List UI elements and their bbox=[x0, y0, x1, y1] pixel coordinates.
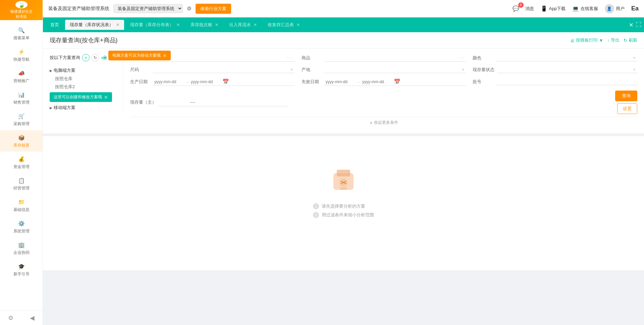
printer-icon: 🖨 bbox=[570, 38, 575, 43]
search-icon: 🔍 bbox=[17, 26, 25, 34]
stock-main-start-input[interactable] bbox=[160, 100, 187, 105]
filter-row-4: 现存量（主） — 查询 设置 bbox=[130, 91, 637, 114]
origin-select-area[interactable]: ▼ bbox=[324, 66, 466, 73]
goods-input-area[interactable]: ··· bbox=[324, 54, 466, 62]
batch-no-input[interactable] bbox=[495, 78, 637, 85]
tab-batch-account[interactable]: 库存批次账 ✕ bbox=[186, 20, 223, 30]
online-icon: 💻 bbox=[572, 5, 579, 12]
origin-dropdown-icon[interactable]: ▼ bbox=[461, 68, 465, 71]
tab-close-icon[interactable]: ✕ bbox=[176, 22, 180, 27]
scheme-child-2[interactable]: 按照仓库2 bbox=[55, 83, 119, 91]
scheme-tree: ▶ 电脑端方案 按照仓库 按照仓库2 这里可以创建和修改方案哦 ✕ bbox=[50, 65, 119, 113]
tab-home[interactable]: 首页 bbox=[46, 20, 64, 30]
search-button[interactable]: 查询 bbox=[615, 91, 637, 101]
sidebar-item-label: 搜索菜单 bbox=[13, 35, 30, 41]
money-icon: 💰 bbox=[17, 155, 25, 163]
expire-date-start-input[interactable] bbox=[326, 79, 356, 84]
expire-date-end-input[interactable] bbox=[362, 79, 392, 84]
sidebar-item-finance[interactable]: 💰 资金管理 bbox=[0, 152, 43, 173]
refresh-icon: ↻ bbox=[624, 38, 627, 43]
tab-close-icon[interactable]: ✕ bbox=[116, 22, 119, 27]
tab-inventory-dist[interactable]: 现存量（库存分布表） ✕ bbox=[125, 20, 184, 30]
tab-receive-send[interactable]: 收发存汇总表 ✕ bbox=[263, 20, 305, 30]
calendar-icon-2[interactable]: 📅 bbox=[394, 78, 400, 85]
add-scheme-button[interactable]: + bbox=[82, 54, 90, 61]
sidebar-item-search[interactable]: 🔍 搜索菜单 bbox=[0, 23, 43, 44]
color-select-area[interactable]: ▼ bbox=[495, 55, 637, 61]
system-select[interactable]: 装备及固定资产辅助管理系统 bbox=[113, 4, 183, 13]
header-left: 装备及固定资产辅助管理系统 装备及固定资产辅助管理系统 ⚙ 体验行业方案 bbox=[48, 4, 231, 14]
stock-status-select-area[interactable]: ▼ bbox=[497, 66, 637, 73]
sidebar-item-guide[interactable]: 🎓 新手引导 bbox=[0, 259, 43, 280]
tab-close-icon[interactable]: ✕ bbox=[254, 22, 257, 27]
filter-item-expire-date: 失效日期 — 📅 bbox=[302, 78, 466, 86]
stock-main-end-input[interactable] bbox=[198, 100, 225, 105]
system-title: 装备及固定资产辅助管理系统 bbox=[48, 6, 109, 12]
size-dropdown-icon[interactable]: ▼ bbox=[290, 68, 293, 71]
footer-collapse-icon[interactable]: ◀ bbox=[30, 314, 35, 322]
tab-inout-flow[interactable]: 出入库流水 ✕ bbox=[224, 20, 262, 30]
warehouse-dots-icon[interactable]: ··· bbox=[287, 55, 293, 61]
settings-icon[interactable]: ⚙ bbox=[187, 5, 192, 12]
warehouse-input-area[interactable]: ··· bbox=[153, 54, 295, 62]
message-item[interactable]: 💬 6 消息 bbox=[513, 5, 534, 12]
goods-label: 商品 bbox=[302, 55, 322, 61]
batch-no-label: 批号 bbox=[473, 79, 493, 85]
refresh-button[interactable]: ↻ 刷新 bbox=[624, 37, 637, 43]
tooltip-close-2-icon[interactable]: ✕ bbox=[104, 95, 108, 100]
sync-scheme-button[interactable]: ↻ bbox=[92, 54, 99, 61]
calendar-icon[interactable]: 📅 bbox=[222, 78, 229, 85]
size-select-area[interactable]: ▼ bbox=[153, 66, 295, 73]
color-dropdown-icon[interactable]: ▼ bbox=[633, 56, 636, 60]
collapse-button[interactable]: ∧ 收起更多条件 bbox=[370, 120, 398, 125]
sidebar-item-inventory[interactable]: 📦 库存核算 bbox=[0, 130, 43, 152]
sidebar-item-operations[interactable]: 📋 经营管理 bbox=[0, 173, 43, 195]
user-item[interactable]: 👤 用户 bbox=[605, 4, 625, 13]
tab-close-icon[interactable]: ✕ bbox=[297, 22, 300, 27]
hint-num-1: 1 bbox=[313, 203, 319, 209]
tree-arrow-icon-2: ▶ bbox=[50, 106, 52, 110]
export-button[interactable]: ↑ 导出 bbox=[607, 37, 620, 43]
online-service-item[interactable]: 💻 在线客服 bbox=[572, 5, 598, 12]
app-download-item[interactable]: 📱 App下载 bbox=[541, 5, 566, 12]
empty-state: 1 请先选择要分析的方案 2 用过滤条件来缩小分析范围 bbox=[43, 136, 644, 245]
tab-expand-icon[interactable]: ⛶ bbox=[636, 22, 641, 28]
sidebar-item-marketing[interactable]: 📣 营销推广 bbox=[0, 66, 43, 87]
message-label: 消息 bbox=[525, 6, 534, 12]
filter-item-color: 颜色 ▼ bbox=[473, 54, 637, 62]
size-label: 尺码 bbox=[130, 67, 150, 73]
tooltip-close-icon[interactable]: ✕ bbox=[163, 53, 167, 58]
main-area: 装备及固定资产辅助管理系统 装备及固定资产辅助管理系统 ⚙ 体验行业方案 💬 6… bbox=[43, 0, 644, 325]
prod-date-start-input[interactable] bbox=[154, 79, 184, 84]
settings-button[interactable]: 设置 bbox=[617, 103, 637, 114]
color-value bbox=[497, 55, 498, 60]
tab-bar-actions: ✕ ⛶ bbox=[629, 22, 641, 28]
filter-row-3: 生产日期 — 📅 失效日期 — bbox=[130, 78, 637, 86]
sidebar-item-purchase[interactable]: 🛒 采购管理 bbox=[0, 109, 43, 130]
sidebar-item-system[interactable]: ⚙️ 系统管理 bbox=[0, 216, 43, 237]
footer-settings-icon[interactable]: ⚙ bbox=[8, 314, 13, 322]
sidebar-item-label: 经营管理 bbox=[13, 185, 30, 191]
scheme-child-1[interactable]: 按照仓库 bbox=[55, 75, 119, 83]
sidebar-item-basicinfo[interactable]: 📁 基础信息 bbox=[0, 195, 43, 216]
experience-button[interactable]: 体验行业方案 bbox=[196, 4, 231, 14]
stock-status-dropdown-icon[interactable]: ▼ bbox=[633, 68, 636, 71]
top-header: 装备及固定资产辅助管理系统 装备及固定资产辅助管理系统 ⚙ 体验行业方案 💬 6… bbox=[43, 0, 644, 17]
prod-date-end-input[interactable] bbox=[191, 79, 221, 84]
tab-label: 现存量（库存状况表） bbox=[70, 22, 113, 28]
tab-close-all-icon[interactable]: ✕ bbox=[629, 22, 633, 28]
collapse-up-icon: ∧ bbox=[370, 120, 373, 125]
goods-dots-icon[interactable]: ··· bbox=[458, 55, 465, 61]
print-template-button[interactable]: 🖨 按模板打印 ▼ bbox=[570, 37, 603, 43]
sidebar-item-sales[interactable]: 📊 销售管理 bbox=[0, 87, 43, 109]
tab-inventory-status[interactable]: 现存量（库存状况表） ✕ bbox=[65, 20, 124, 30]
sidebar-item-enterprise[interactable]: 🏢 企业协同 bbox=[0, 237, 43, 259]
sidebar-item-quicknav[interactable]: ⚡ 快捷导航 bbox=[0, 44, 43, 66]
message-icon: 💬 bbox=[513, 5, 519, 12]
online-label: 在线客服 bbox=[581, 6, 598, 12]
stock-main-range-area: — bbox=[159, 99, 287, 106]
tab-close-icon[interactable]: ✕ bbox=[215, 22, 218, 27]
filter-item-stock-status: 现存量状态 ▼ bbox=[473, 66, 637, 73]
filter-item-size: 尺码 ▼ bbox=[130, 66, 295, 73]
tab-label: 收发存汇总表 bbox=[268, 22, 294, 28]
